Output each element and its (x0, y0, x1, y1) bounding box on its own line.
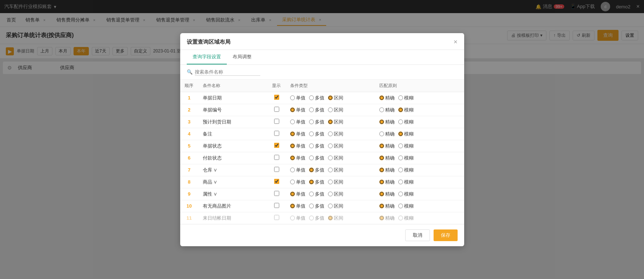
match-option-模糊-9[interactable]: 模糊 (398, 203, 414, 209)
modal-tab-layout[interactable]: 布局调整 (227, 50, 257, 64)
table-row: 6付款状态单值多值区间精确模糊 (180, 152, 464, 164)
modal-title: 设置查询区域布局 (187, 39, 230, 46)
type-option-区间-8[interactable]: 区间 (328, 191, 343, 197)
type-option-多值-2[interactable]: 多值 (309, 119, 324, 125)
type-option-区间-3[interactable]: 区间 (328, 131, 343, 137)
search-input[interactable] (195, 68, 260, 76)
type-option-多值-1[interactable]: 多值 (309, 107, 324, 113)
type-option-单值-8[interactable]: 单值 (290, 191, 305, 197)
show-checkbox-6[interactable] (274, 167, 279, 172)
type-option-单值-0[interactable]: 单值 (290, 95, 305, 101)
type-option-多值-10[interactable]: 多值 (309, 215, 324, 221)
show-checkbox-2[interactable] (274, 119, 279, 124)
match-option-精确-0[interactable]: 精确 (379, 95, 395, 101)
type-option-区间-0[interactable]: 区间 (328, 95, 343, 101)
type-option-多值-9[interactable]: 多值 (309, 203, 324, 209)
match-option-精确-1[interactable]: 精确 (379, 107, 395, 113)
show-checkbox-4[interactable] (274, 143, 279, 148)
modal-overlay: 设置查询区域布局 × 查询字段设置 布局调整 🔍 顺序 条件名称 显示 条件类型 (0, 0, 644, 279)
type-option-单值-3[interactable]: 单值 (290, 131, 305, 137)
row-show-9[interactable] (268, 200, 286, 212)
match-option-精确-5[interactable]: 精确 (379, 155, 395, 161)
type-option-单值-5[interactable]: 单值 (290, 155, 305, 161)
match-option-精确-2[interactable]: 精确 (379, 119, 395, 125)
type-option-单值-10[interactable]: 单值 (290, 215, 305, 221)
type-option-多值-8[interactable]: 多值 (309, 191, 324, 197)
type-option-区间-6[interactable]: 区间 (328, 167, 343, 173)
th-match: 匹配原则 (375, 80, 464, 92)
show-checkbox-1[interactable] (274, 107, 279, 112)
row-type-9: 单值多值区间 (286, 200, 375, 212)
type-option-单值-2[interactable]: 单值 (290, 119, 305, 125)
type-option-单值-6[interactable]: 单值 (290, 167, 305, 173)
match-option-模糊-0[interactable]: 模糊 (398, 95, 414, 101)
match-option-模糊-5[interactable]: 模糊 (398, 155, 414, 161)
row-show-6[interactable] (268, 164, 286, 176)
row-show-8[interactable] (268, 188, 286, 200)
show-checkbox-3[interactable] (274, 131, 279, 136)
type-option-多值-7[interactable]: 多值 (309, 179, 324, 185)
row-show-10[interactable] (268, 212, 286, 224)
type-option-单值-4[interactable]: 单值 (290, 143, 305, 149)
table-row: 3预计到货日期单值多值区间精确模糊 (180, 116, 464, 128)
type-option-多值-6[interactable]: 多值 (309, 167, 324, 173)
row-show-0[interactable] (268, 92, 286, 104)
table-row: 8商品 ∨单值多值区间精确模糊 (180, 176, 464, 188)
match-option-精确-9[interactable]: 精确 (379, 203, 395, 209)
match-option-精确-3[interactable]: 精确 (379, 131, 395, 137)
match-option-模糊-8[interactable]: 模糊 (398, 191, 414, 197)
row-show-3[interactable] (268, 128, 286, 140)
match-option-模糊-2[interactable]: 模糊 (398, 119, 414, 125)
type-option-区间-4[interactable]: 区间 (328, 143, 343, 149)
type-option-区间-1[interactable]: 区间 (328, 107, 343, 113)
type-option-区间-2[interactable]: 区间 (328, 119, 343, 125)
row-match-5: 精确模糊 (375, 152, 464, 164)
row-show-1[interactable] (268, 104, 286, 116)
show-checkbox-5[interactable] (274, 155, 279, 160)
type-option-多值-5[interactable]: 多值 (309, 155, 324, 161)
type-option-单值-9[interactable]: 单值 (290, 203, 305, 209)
type-option-单值-7[interactable]: 单值 (290, 179, 305, 185)
cancel-button[interactable]: 取消 (405, 229, 430, 241)
match-option-精确-10[interactable]: 精确 (379, 215, 395, 221)
type-option-区间-10[interactable]: 区间 (328, 215, 343, 221)
match-option-精确-6[interactable]: 精确 (379, 167, 395, 173)
row-name-0: 单据日期 (198, 92, 268, 104)
type-option-多值-3[interactable]: 多值 (309, 131, 324, 137)
type-option-多值-0[interactable]: 多值 (309, 95, 324, 101)
match-option-模糊-1[interactable]: 模糊 (398, 107, 414, 113)
match-option-精确-8[interactable]: 精确 (379, 191, 395, 197)
row-show-5[interactable] (268, 152, 286, 164)
modal-tab-query-fields[interactable]: 查询字段设置 (187, 50, 227, 64)
row-show-4[interactable] (268, 140, 286, 152)
match-option-模糊-4[interactable]: 模糊 (398, 143, 414, 149)
row-match-7: 精确模糊 (375, 176, 464, 188)
match-option-模糊-10[interactable]: 模糊 (398, 215, 414, 221)
match-option-模糊-6[interactable]: 模糊 (398, 167, 414, 173)
type-option-区间-5[interactable]: 区间 (328, 155, 343, 161)
row-match-9: 精确模糊 (375, 200, 464, 212)
type-option-单值-1[interactable]: 单值 (290, 107, 305, 113)
row-type-8: 单值多值区间 (286, 188, 375, 200)
row-name-9: 有无商品图片 (198, 200, 268, 212)
row-show-2[interactable] (268, 116, 286, 128)
match-option-精确-4[interactable]: 精确 (379, 143, 395, 149)
row-order-5: 6 (180, 152, 198, 164)
modal-close-button[interactable]: × (454, 38, 458, 46)
match-option-模糊-3[interactable]: 模糊 (398, 131, 414, 137)
row-order-10: 11 (180, 212, 198, 224)
show-checkbox-7[interactable] (274, 179, 279, 184)
show-checkbox-10[interactable] (274, 215, 279, 220)
type-option-多值-4[interactable]: 多值 (309, 143, 324, 149)
show-checkbox-9[interactable] (274, 203, 279, 208)
type-option-区间-7[interactable]: 区间 (328, 179, 343, 185)
match-option-模糊-7[interactable]: 模糊 (398, 179, 414, 185)
row-show-7[interactable] (268, 176, 286, 188)
show-checkbox-0[interactable] (274, 95, 279, 100)
type-option-区间-9[interactable]: 区间 (328, 203, 343, 209)
match-option-精确-7[interactable]: 精确 (379, 179, 395, 185)
show-checkbox-8[interactable] (274, 191, 279, 196)
row-match-0: 精确模糊 (375, 92, 464, 104)
th-name: 条件名称 (198, 80, 268, 92)
save-button[interactable]: 保存 (434, 229, 458, 241)
